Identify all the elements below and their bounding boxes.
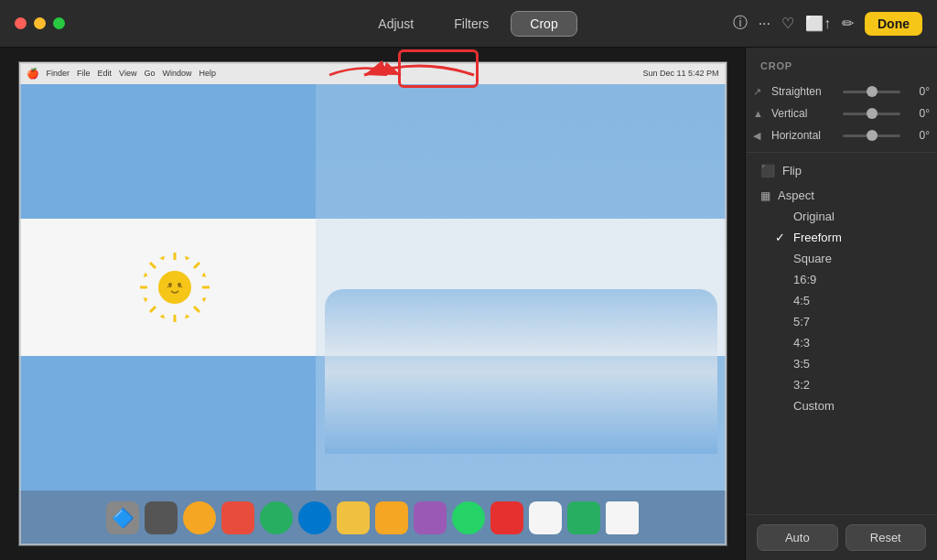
svg-marker-15 xyxy=(143,296,148,302)
dock-icon-trash xyxy=(606,501,639,534)
horizontal-value: 0° xyxy=(906,129,930,142)
aspect-option-custom[interactable]: Custom xyxy=(746,395,937,416)
svg-point-20 xyxy=(178,283,181,286)
straighten-icon: ↗ xyxy=(753,86,766,98)
vertical-value: 0° xyxy=(906,107,930,120)
aspect-3x5-label: 3:5 xyxy=(793,357,810,371)
aspect-option-4x3[interactable]: 4:3 xyxy=(746,332,937,353)
svg-line-7 xyxy=(150,263,156,268)
info-icon[interactable]: ⓘ xyxy=(733,14,748,33)
inner-menu-window: Window xyxy=(162,69,191,78)
dock-icon-facetime xyxy=(567,501,600,534)
svg-marker-14 xyxy=(159,313,166,318)
aspect-option-5x7[interactable]: 5:7 xyxy=(746,311,937,332)
inner-menu-file: File xyxy=(77,69,91,78)
dock-icon-apps xyxy=(221,501,254,534)
inner-menu-view: View xyxy=(119,69,136,78)
vertical-row: ▲ Vertical 0° xyxy=(746,102,937,124)
close-button[interactable] xyxy=(15,17,27,29)
straighten-row: ↗ Straighten 0° xyxy=(746,81,937,102)
reset-button[interactable]: Reset xyxy=(845,524,927,551)
horizontal-label: Horizontal xyxy=(771,129,837,142)
tab-filters[interactable]: Filters xyxy=(436,11,507,37)
aspect-option-3x5[interactable]: 3:5 xyxy=(746,353,937,374)
horizontal-icon: ◀ xyxy=(753,130,766,142)
traffic-lights xyxy=(15,17,65,29)
inner-menu-go: Go xyxy=(144,69,155,78)
aspect-options: Original ✓ Freeform Square 16:9 4:5 5:7 xyxy=(746,206,937,416)
vertical-label: Vertical xyxy=(771,107,837,120)
dock-icon-mail xyxy=(375,501,408,534)
vertical-icon: ▲ xyxy=(753,108,766,119)
minimize-button[interactable] xyxy=(34,17,46,29)
dock-icon-safari xyxy=(298,501,331,534)
toolbar: Adjust Filters Crop ⓘ ··· ♡ ⬜↑ ✏ Done xyxy=(0,0,937,48)
aspect-option-3x2[interactable]: 3:2 xyxy=(746,374,937,395)
svg-point-18 xyxy=(158,271,191,304)
done-button[interactable]: Done xyxy=(865,12,922,36)
aspect-row[interactable]: ▦ Aspect xyxy=(746,183,937,206)
right-panel: CROP ↗ Straighten 0° ▲ Vertical 0° ◀ Hor… xyxy=(745,48,937,560)
dock-icon-chrome xyxy=(260,501,293,534)
tab-crop[interactable]: Crop xyxy=(511,11,576,37)
bottom-buttons: Auto Reset xyxy=(746,514,937,560)
aspect-original-label: Original xyxy=(793,210,835,223)
straighten-slider[interactable] xyxy=(843,91,900,93)
svg-marker-10 xyxy=(183,256,189,262)
share-icon[interactable]: ⬜↑ xyxy=(805,15,831,32)
aspect-3x2-label: 3:2 xyxy=(793,378,810,392)
check-freeform: ✓ xyxy=(775,231,788,244)
vertical-slider[interactable] xyxy=(843,113,900,115)
svg-line-8 xyxy=(194,307,199,312)
person-area xyxy=(316,84,726,490)
aspect-16x9-label: 16:9 xyxy=(793,273,816,286)
svg-line-6 xyxy=(194,263,199,268)
screenshot-preview: 🍎 Finder File Edit View Go Window Help S… xyxy=(18,61,727,546)
image-area: 🍎 Finder File Edit View Go Window Help S… xyxy=(0,48,745,560)
dock-icon-finder: 🔷 xyxy=(106,501,139,534)
inner-menu-edit: Edit xyxy=(98,69,113,78)
svg-marker-16 xyxy=(143,272,148,278)
sun-of-may xyxy=(138,251,211,324)
dock-icon-settings xyxy=(145,501,178,534)
horizontal-row: ◀ Horizontal 0° xyxy=(746,124,937,146)
maximize-button[interactable] xyxy=(53,17,65,29)
inner-dock: 🔷 xyxy=(19,490,727,545)
aspect-4x5-label: 4:5 xyxy=(793,294,810,307)
svg-marker-11 xyxy=(200,272,206,278)
aspect-option-original[interactable]: Original xyxy=(746,206,937,227)
tab-adjust[interactable]: Adjust xyxy=(360,11,432,37)
inner-menu-help: Help xyxy=(199,69,216,78)
more-icon[interactable]: ··· xyxy=(759,16,770,32)
svg-point-19 xyxy=(168,283,172,286)
aspect-label: Aspect xyxy=(778,188,814,202)
markup-icon[interactable]: ✏ xyxy=(842,15,854,32)
dock-icon-slack xyxy=(414,501,447,534)
dock-icon-vlc xyxy=(183,501,216,534)
panel-header: CROP xyxy=(746,48,937,81)
aspect-5x7-label: 5:7 xyxy=(793,315,810,328)
inner-menubar: 🍎 Finder File Edit View Go Window Help S… xyxy=(19,62,727,84)
heart-icon[interactable]: ♡ xyxy=(781,15,794,32)
toolbar-tabs: Adjust Filters Crop xyxy=(360,11,576,37)
dock-icon-reeder xyxy=(337,501,370,534)
inner-menu-finder: Finder xyxy=(47,69,70,78)
dock-icon-canva xyxy=(490,501,523,534)
aspect-square-label: Square xyxy=(793,252,832,265)
aspect-option-square[interactable]: Square xyxy=(746,248,937,269)
svg-marker-17 xyxy=(159,256,166,262)
flip-row[interactable]: ⬛ Flip xyxy=(746,158,937,183)
inner-apple-icon: 🍎 xyxy=(27,68,39,80)
straighten-label: Straighten xyxy=(771,85,837,98)
aspect-option-4x5[interactable]: 4:5 xyxy=(746,290,937,311)
auto-button[interactable]: Auto xyxy=(757,524,838,551)
aspect-option-freeform[interactable]: ✓ Freeform xyxy=(746,227,937,248)
aspect-option-16x9[interactable]: 16:9 xyxy=(746,269,937,290)
dock-icon-photos xyxy=(529,501,562,534)
inner-clock: Sun Dec 11 5:42 PM xyxy=(642,69,718,78)
svg-line-9 xyxy=(150,307,156,312)
aspect-icon: ▦ xyxy=(760,189,770,202)
horizontal-slider[interactable] xyxy=(843,135,900,137)
dock-icon-whatsapp xyxy=(452,501,485,534)
aspect-freeform-label: Freeform xyxy=(793,231,842,244)
